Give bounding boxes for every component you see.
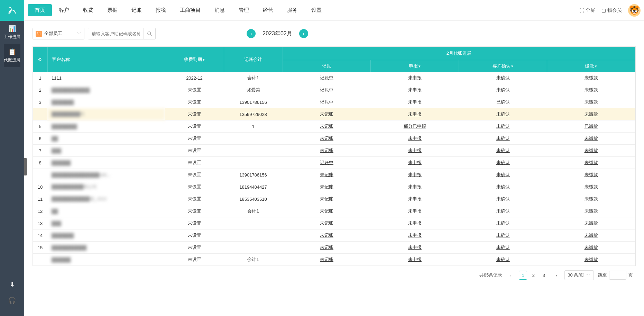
row-queren-link[interactable]: 未确认 [459, 229, 547, 242]
row-shenbao-link[interactable]: 未申报 [371, 242, 459, 254]
row-jiaokuan-link[interactable]: 未缴款 [547, 193, 635, 205]
row-jizhang-link[interactable]: 未记账 [283, 133, 371, 145]
row-shenbao-link[interactable]: 未申报 [371, 133, 459, 145]
pagination-next[interactable]: › [552, 271, 560, 280]
row-shenbao-link[interactable]: 未申报 [371, 96, 459, 108]
row-customer-name[interactable]: ███████ [47, 229, 165, 242]
topnav-item-工商项目[interactable]: 工商项目 [173, 4, 208, 16]
row-shenbao-link[interactable]: 未申报 [371, 229, 459, 242]
settings-header[interactable]: ⚙ [33, 47, 47, 72]
row-queren-link[interactable]: 已确认 [459, 96, 547, 108]
row-jiaokuan-link[interactable]: 未缴款 [547, 254, 635, 266]
row-jizhang-link[interactable]: 未记账 [283, 108, 371, 120]
table-row[interactable]: 7███未设置未记账未申报未确认未缴款 [33, 145, 635, 157]
row-jiaokuan-link[interactable]: 未缴款 [547, 205, 635, 217]
row-shenbao-link[interactable]: 部分已申报 [371, 120, 459, 133]
row-customer-name[interactable]: ████████ [47, 120, 165, 133]
table-row[interactable]: 15███████████未设置未记账未申报未确认未缴款 [33, 242, 635, 254]
row-customer-name[interactable]: ███ [47, 217, 165, 229]
row-jizhang-link[interactable]: 记账中 [283, 157, 371, 169]
row-jizhang-link[interactable]: 记账中 [283, 72, 371, 84]
row-shenbao-link[interactable]: 未申报 [371, 169, 459, 181]
row-shenbao-link[interactable]: 未申报 [371, 72, 459, 84]
table-row[interactable]: 13███未设置未记账未申报未确认未缴款 [33, 217, 635, 229]
table-row[interactable]: █████████司未设置13599729028未记账未申报未确认未缴款 [33, 108, 635, 120]
row-jizhang-link[interactable]: 记账中 [283, 84, 371, 96]
row-jiaokuan-link[interactable]: 未缴款 [547, 169, 635, 181]
topnav-item-管理[interactable]: 管理 [232, 4, 256, 16]
table-row[interactable]: 2████████████未设置骆爱美记账中未申报未确认未缴款 [33, 84, 635, 96]
page-size-select[interactable]: 30 条/页 ﹀ [564, 270, 594, 280]
fullscreen-button[interactable]: ⛶ 全屏 [579, 7, 595, 13]
row-queren-link[interactable]: 未确认 [459, 145, 547, 157]
row-queren-link[interactable]: 未确认 [459, 205, 547, 217]
row-shenbao-link[interactable]: 未申报 [371, 157, 459, 169]
table-row[interactable]: 14███████未设置未记账未申报未确认未缴款 [33, 229, 635, 242]
app-logo[interactable] [0, 0, 24, 21]
row-jiaokuan-link[interactable]: 未缴款 [547, 145, 635, 157]
row-queren-link[interactable]: 未确认 [459, 254, 547, 266]
topnav-item-收费[interactable]: 收费 [76, 4, 100, 16]
row-shenbao-link[interactable]: 未申报 [371, 84, 459, 96]
row-queren-link[interactable]: 未确认 [459, 242, 547, 254]
search-button[interactable] [144, 28, 155, 39]
topnav-item-报税[interactable]: 报税 [149, 4, 173, 16]
sidebar-item-1[interactable]: 📋代账进展 [4, 44, 20, 67]
row-shenbao-link[interactable]: 未申报 [371, 205, 459, 217]
topnav-item-消息[interactable]: 消息 [208, 4, 232, 16]
row-queren-link[interactable]: 未确认 [459, 217, 547, 229]
table-row[interactable]: ██████未设置会计1未记账未申报未确认未缴款 [33, 254, 635, 266]
row-shenbao-link[interactable]: 未申报 [371, 181, 459, 193]
row-queren-link[interactable]: 未确认 [459, 84, 547, 96]
row-jizhang-link[interactable]: 未记账 [283, 254, 371, 266]
th-shenbao[interactable]: 申报▾ [371, 60, 459, 72]
row-jiaokuan-link[interactable]: 未缴款 [547, 108, 635, 120]
topnav-item-服务[interactable]: 服务 [280, 4, 304, 16]
row-jizhang-link[interactable]: 记账中 [283, 96, 371, 108]
table-row[interactable]: 111112022-12会计1记账中未申报未确认未缴款 [33, 72, 635, 84]
th-jiaokuan[interactable]: 缴款▾ [547, 60, 635, 72]
row-queren-link[interactable]: 未确认 [459, 169, 547, 181]
table-row[interactable]: 11████████████校_2022未设置18535403510未记账未申报… [33, 193, 635, 205]
row-jizhang-link[interactable]: 未记账 [283, 205, 371, 217]
row-jiaokuan-link[interactable]: 未缴款 [547, 133, 635, 145]
jump-input[interactable] [609, 271, 626, 280]
table-row[interactable]: 8██████未设置记账中未申报未确认未缴款 [33, 157, 635, 169]
row-customer-name[interactable]: ██████ [47, 254, 165, 266]
row-jiaokuan-link[interactable]: 未缴款 [547, 217, 635, 229]
sidebar-expand-handle[interactable] [24, 158, 27, 175]
row-queren-link[interactable]: 未确认 [459, 157, 547, 169]
member-button[interactable]: ▢ 畅会员 [601, 7, 622, 13]
staff-select[interactable]: 组 全部员工 ﹀ [33, 28, 84, 39]
row-shenbao-link[interactable]: 未申报 [371, 217, 459, 229]
user-avatar[interactable]: 🐯 [628, 4, 641, 17]
table-row[interactable]: 10██████████限公司未设置18194484427未记账未申报未确认未缴… [33, 181, 635, 193]
th-due[interactable]: 收费到期▾ [165, 47, 224, 72]
row-jiaokuan-link[interactable]: 未缴款 [547, 72, 635, 84]
row-jiaokuan-link[interactable]: 未缴款 [547, 242, 635, 254]
row-customer-name[interactable]: █████████司 [47, 108, 165, 120]
row-queren-link[interactable]: 未确认 [459, 193, 547, 205]
row-shenbao-link[interactable]: 未申报 [371, 193, 459, 205]
row-customer-name[interactable]: ███ [47, 145, 165, 157]
row-jizhang-link[interactable]: 未记账 [283, 193, 371, 205]
row-customer-name[interactable]: ██████████限公司 [47, 181, 165, 193]
topnav-item-经营[interactable]: 经营 [256, 4, 280, 16]
table-row[interactable]: 12██未设置会计1未记账未申报未确认未缴款 [33, 205, 635, 217]
topnav-item-记账[interactable]: 记账 [125, 4, 149, 16]
topnav-item-客户[interactable]: 客户 [52, 4, 76, 16]
row-jizhang-link[interactable]: 未记账 [283, 169, 371, 181]
topnav-item-设置[interactable]: 设置 [304, 4, 329, 16]
sidebar-bottom-item-0[interactable]: ⬇ [0, 277, 24, 293]
row-jiaokuan-link[interactable]: 已缴款 [547, 120, 635, 133]
row-customer-name[interactable]: ███████████████085... [47, 169, 165, 181]
table-row[interactable]: 3███████未设置13901786156记账中未申报已确认未缴款 [33, 96, 635, 108]
row-jiaokuan-link[interactable]: 未缴款 [547, 84, 635, 96]
date-prev-button[interactable]: ‹ [247, 29, 256, 38]
search-input[interactable] [88, 31, 144, 36]
row-queren-link[interactable]: 未确认 [459, 133, 547, 145]
topnav-item-票据[interactable]: 票据 [100, 4, 125, 16]
date-next-button[interactable]: › [299, 29, 308, 38]
row-jizhang-link[interactable]: 未记账 [283, 229, 371, 242]
row-customer-name[interactable]: ███████ [47, 96, 165, 108]
